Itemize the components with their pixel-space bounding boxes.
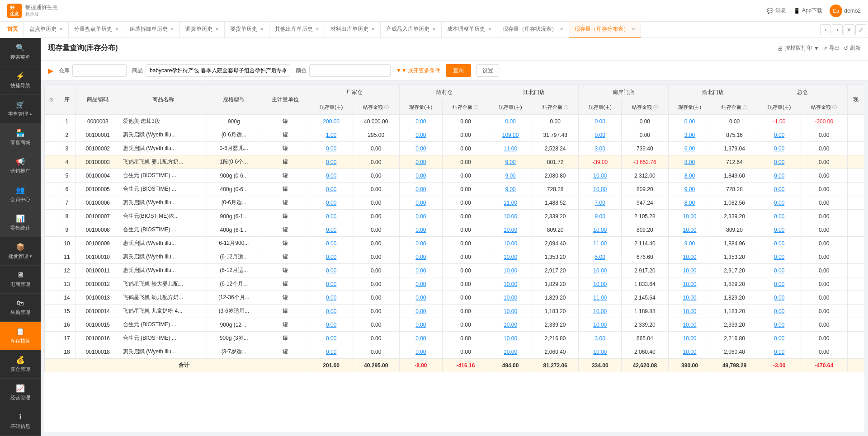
nanan-qty-link[interactable]: 3.00	[595, 145, 605, 152]
yubei-qty-link[interactable]: 10.00	[683, 254, 696, 260]
close-icon[interactable]: ✕	[432, 27, 436, 32]
nanan-qty-link[interactable]: 10.00	[593, 281, 607, 287]
factory-qty-link[interactable]: 0.00	[326, 322, 336, 328]
total-qty-link[interactable]: 0.00	[774, 227, 784, 233]
close-icon[interactable]: ✕	[316, 27, 319, 32]
message-btn[interactable]: 💬 消息	[767, 7, 786, 14]
total-qty-link[interactable]: 0.00	[774, 308, 784, 314]
mucun-qty-link[interactable]: 0.00	[415, 132, 426, 138]
mucun-qty-link[interactable]: 0.00	[415, 267, 426, 274]
warehouse-input[interactable]	[72, 64, 127, 77]
total-qty-link[interactable]: 0.00	[774, 186, 784, 192]
sidebar-item-purchase[interactable]: 🛍 采购管理	[0, 294, 41, 322]
nanan-qty-link[interactable]: 7.00	[595, 200, 605, 206]
tab-yaohuo[interactable]: 要货单历史 ✕	[225, 22, 269, 38]
info-icon[interactable]: ⓘ	[832, 105, 837, 110]
yubei-qty-link[interactable]: 10.00	[683, 213, 696, 220]
close-icon[interactable]: ✕	[371, 27, 375, 32]
info-icon[interactable]: ⓘ	[384, 105, 389, 110]
search-button[interactable]: 查询	[446, 64, 471, 77]
tab-chengben[interactable]: 成本调整单历史 ✕	[442, 22, 497, 38]
mucun-qty-link[interactable]: 0.00	[415, 295, 426, 301]
tab-diaob[interactable]: 调拨单历史 ✕	[180, 22, 225, 38]
factory-qty-link[interactable]: 0.00	[326, 200, 336, 206]
total-qty-link[interactable]: 0.00	[774, 213, 784, 220]
collapse-arrow[interactable]: ▶	[48, 66, 53, 75]
yubei-qty-link[interactable]: 10.00	[683, 308, 696, 314]
jiangbei-qty-link[interactable]: 11.00	[504, 200, 517, 206]
tab-chancheng[interactable]: 产成品入库单历史 ✕	[381, 22, 442, 38]
factory-qty-link[interactable]: 0.00	[326, 159, 336, 165]
close-icon[interactable]: ✕	[632, 27, 635, 32]
jiangbei-qty-link[interactable]: 10.00	[504, 322, 517, 328]
nanan-qty-link[interactable]: 10.00	[593, 308, 607, 314]
nanan-qty-link[interactable]: 10.00	[593, 322, 607, 328]
yubei-qty-link[interactable]: 8.00	[684, 200, 695, 206]
factory-qty-link[interactable]: 0.00	[326, 349, 336, 355]
yubei-qty-link[interactable]: 10.00	[683, 335, 696, 342]
tab-home[interactable]: 首页	[2, 22, 24, 38]
total-qty-link[interactable]: 0.00	[774, 322, 784, 328]
factory-qty-link[interactable]: 0.00	[326, 308, 336, 314]
total-qty-link[interactable]: 0.00	[774, 173, 784, 179]
close-icon[interactable]: ✕	[170, 27, 174, 32]
factory-qty-link[interactable]: 0.00	[326, 295, 336, 301]
sidebar-item-mall[interactable]: 🏪 零售商城	[0, 123, 41, 152]
total-qty-link[interactable]: 0.00	[774, 267, 784, 274]
factory-qty-link[interactable]: 0.00	[326, 240, 336, 247]
factory-qty-link[interactable]: 0.00	[326, 173, 336, 179]
yubei-qty-link[interactable]: 10.00	[683, 227, 696, 233]
tab-xiancun-fen[interactable]: 现存量（库存分布表）✕	[569, 22, 641, 38]
sidebar-item-search[interactable]: 🔍 搜索英单	[0, 38, 41, 66]
jiangbei-qty-link[interactable]: 10.00	[504, 254, 517, 260]
nanan-qty-link[interactable]: 3.00	[595, 335, 605, 342]
setting-button[interactable]: 设置	[476, 64, 499, 77]
factory-qty-link[interactable]: 0.00	[326, 267, 336, 274]
total-qty-link[interactable]: 0.00	[774, 200, 784, 206]
jiangbei-qty-link[interactable]: 10.00	[504, 295, 517, 301]
factory-qty-link[interactable]: 0.00	[326, 254, 336, 260]
yubei-qty-link[interactable]: 10.00	[683, 322, 696, 328]
total-qty-link[interactable]: 0.00	[774, 145, 784, 152]
jiangbei-qty-link[interactable]: 10.00	[504, 240, 517, 247]
factory-qty-link[interactable]: 0.00	[326, 281, 336, 287]
tab-qita[interactable]: 其他出库单历史 ✕	[269, 22, 325, 38]
nanan-qty-link[interactable]: 9.00	[595, 213, 605, 220]
refresh-btn[interactable]: ↺ 刷新	[844, 44, 861, 52]
jiangbei-qty-link[interactable]: 10.00	[504, 227, 517, 233]
mucun-qty-link[interactable]: 0.00	[415, 173, 426, 179]
mucun-qty-link[interactable]: 0.00	[415, 308, 426, 314]
jiangbei-qty-link[interactable]: 9.00	[505, 159, 515, 165]
mucun-qty-link[interactable]: 0.00	[415, 254, 426, 260]
info-icon[interactable]: ⓘ	[564, 105, 568, 110]
mucun-qty-link[interactable]: 0.00	[415, 186, 426, 192]
close-icon[interactable]: ✕	[115, 27, 118, 32]
total-qty-link[interactable]: 0.00	[774, 159, 784, 165]
sidebar-item-ops[interactable]: 📈 经营管理	[0, 379, 41, 407]
info-icon[interactable]: ⓘ	[653, 105, 658, 110]
user-area[interactable]: Ea demo2	[830, 5, 861, 17]
total-qty-link[interactable]: -1.00	[773, 118, 785, 125]
nav-prev[interactable]: ‹	[820, 24, 831, 35]
print-btn[interactable]: 🖨 按模版打印 ▼	[778, 44, 819, 52]
color-input[interactable]	[309, 64, 391, 77]
tab-cailiao[interactable]: 材料出库单历史 ✕	[325, 22, 381, 38]
sidebar-item-wholesale[interactable]: 📦 批发管理 ▼	[0, 237, 41, 266]
jiangbei-qty-link[interactable]: 10.00	[504, 308, 517, 314]
factory-qty-link[interactable]: 200.00	[323, 118, 340, 125]
yubei-qty-link[interactable]: 8.00	[684, 159, 695, 165]
table-container[interactable]: ⚙ 序 商品编码 商品名称 规格型号 主计量单位 厂家仓 陌村仓 江北门店 南岸…	[44, 84, 864, 432]
factory-qty-link[interactable]: 0.00	[326, 145, 336, 152]
info-icon[interactable]: ⓘ	[474, 105, 478, 110]
mucun-qty-link[interactable]: 0.00	[415, 335, 426, 342]
nanan-qty-link[interactable]: 5.00	[595, 254, 605, 260]
nanan-qty-link[interactable]: 10.00	[593, 227, 607, 233]
close-icon[interactable]: ✕	[215, 27, 219, 32]
tab-pandian[interactable]: 盘点单历史 ✕	[24, 22, 69, 38]
jiangbei-qty-link[interactable]: 10.00	[504, 213, 517, 220]
mucun-qty-link[interactable]: 0.00	[415, 322, 426, 328]
mucun-qty-link[interactable]: 0.00	[415, 240, 426, 247]
factory-qty-link[interactable]: 0.00	[326, 186, 336, 192]
mucun-qty-link[interactable]: 0.00	[415, 227, 426, 233]
sidebar-item-ecommerce[interactable]: 🖥 电商管理	[0, 266, 41, 294]
